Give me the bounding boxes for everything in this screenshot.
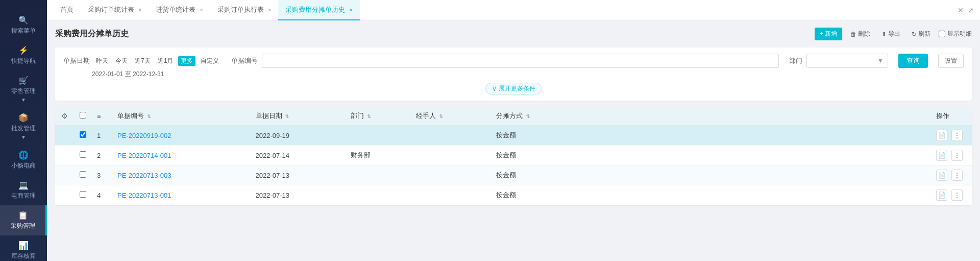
more-icon[interactable]: ⋮ <box>951 189 963 201</box>
cell-split-method: 按金额 <box>491 126 931 146</box>
col-no: ≡ <box>92 107 112 126</box>
docno-link[interactable]: PE-20220713-003 <box>117 172 172 179</box>
chevron-down-icon: ▼ <box>21 134 26 140</box>
cell-handler <box>411 185 491 205</box>
col-checkbox <box>74 107 92 126</box>
date-btn-more[interactable]: 更多 <box>178 56 195 66</box>
docno-link[interactable]: PE-20220714-001 <box>117 152 172 159</box>
tab-close-icon[interactable]: × <box>200 7 203 13</box>
action-icons: 📄 ⋮ <box>936 130 967 141</box>
edit-icon[interactable]: 📄 <box>936 130 947 141</box>
docno-input-wrap <box>262 54 779 68</box>
data-table-card: ⚙ ≡ 单据编号 ⇅ 单据日期 <box>55 107 972 205</box>
date-btn-custom[interactable]: 自定义 <box>199 56 221 66</box>
refresh-label: 刷新 <box>918 30 930 38</box>
cell-actions: 📄 ⋮ <box>931 185 972 205</box>
tab-inbound-stats[interactable]: 进货单统计表 × <box>149 0 210 20</box>
table-row: 2 PE-20220714-001 2022-07-14 财务部 按金额 📄 ⋮ <box>55 146 972 165</box>
cell-actions: 📄 ⋮ <box>931 126 972 146</box>
delete-button[interactable]: 🗑 删除 <box>847 28 873 40</box>
tab-close-icon[interactable]: × <box>138 7 141 13</box>
date-btn-yesterday[interactable]: 昨天 <box>94 56 110 66</box>
sort-icon: ⇅ <box>367 113 371 119</box>
tab-label: 采购费用分摊单历史 <box>285 5 345 14</box>
wholesale-icon: 📦 <box>18 113 29 123</box>
search-button[interactable]: 查询 <box>898 54 928 68</box>
cell-settings <box>55 146 74 165</box>
sort-icon: ⇅ <box>285 113 289 119</box>
docno-link[interactable]: PE-20220919-002 <box>117 132 172 139</box>
cell-handler <box>411 126 491 146</box>
date-filter-group: 单据日期 昨天 今天 近7天 近1月 更多 自定义 <box>63 56 221 66</box>
show-detail-checkbox-label[interactable]: 显示明细 <box>939 30 972 38</box>
filter-settings-button[interactable]: 设置 <box>938 54 964 68</box>
chevron-down-icon: ▼ <box>877 57 884 64</box>
maximize-icon[interactable]: ⤢ <box>968 6 974 14</box>
sort-icon: ⇅ <box>147 113 151 119</box>
cell-settings <box>55 165 74 185</box>
edit-icon[interactable]: 📄 <box>936 170 947 181</box>
close-all-icon[interactable]: ✕ <box>958 6 964 14</box>
cell-settings <box>55 185 74 205</box>
sidebar-item-ecom-mgmt[interactable]: 💻 电商管理 <box>0 175 47 205</box>
show-detail-checkbox[interactable] <box>939 31 945 37</box>
edit-icon[interactable]: 📄 <box>936 189 947 201</box>
row-checkbox[interactable] <box>80 191 86 198</box>
row-checkbox[interactable] <box>80 151 86 158</box>
expand-button[interactable]: ∨ 展开更多条件 <box>485 83 542 94</box>
date-btn-today[interactable]: 今天 <box>113 56 130 66</box>
cell-settings <box>55 126 74 146</box>
dept-select[interactable]: ▼ <box>806 54 888 68</box>
cell-no: 3 <box>92 165 112 185</box>
sidebar-item-retail[interactable]: 🛒 零售管理 ▼ <box>0 70 47 108</box>
refresh-button[interactable]: ↻ 刷新 <box>909 28 934 40</box>
tab-purchase-cost-history[interactable]: 采购费用分摊单历史 × <box>278 0 359 20</box>
sidebar-item-shortcuts[interactable]: ⚡ 快捷导航 <box>0 40 47 70</box>
tab-close-icon[interactable]: × <box>268 7 271 13</box>
more-icon[interactable]: ⋮ <box>951 130 963 141</box>
tab-close-icon[interactable]: × <box>349 7 352 13</box>
sidebar-item-ecom-small[interactable]: 🌐 小畅电商 <box>0 145 47 175</box>
chevron-down-icon: ∨ <box>492 85 497 92</box>
table-row: 1 PE-20220919-002 2022-09-19 按金额 📄 ⋮ <box>55 126 972 146</box>
tab-label: 采购订单统计表 <box>88 5 134 14</box>
docno-input[interactable] <box>262 54 779 68</box>
sort-icon: ⇅ <box>526 113 530 119</box>
col-settings-icon[interactable]: ⚙ <box>61 112 68 120</box>
cell-docno: PE-20220919-002 <box>112 126 251 146</box>
more-icon[interactable]: ⋮ <box>951 170 963 181</box>
dept-label: 部门 <box>789 56 802 65</box>
sort-icon: ⇅ <box>439 113 443 119</box>
cell-dept <box>346 126 411 146</box>
sidebar-item-purchase[interactable]: 📋 采购管理 <box>0 205 47 235</box>
cell-no: 4 <box>92 185 112 205</box>
row-checkbox[interactable] <box>80 171 86 178</box>
sidebar-item-label: 采购管理 <box>11 222 35 230</box>
tab-purchase-order-exec[interactable]: 采购订单执行表 × <box>210 0 278 20</box>
clipboard-icon: 📋 <box>18 210 28 220</box>
sidebar-item-label: 库存核算 <box>11 252 36 260</box>
select-all-checkbox[interactable] <box>80 112 86 118</box>
export-label: 导出 <box>888 30 900 38</box>
cell-no: 1 <box>92 126 112 146</box>
date-btn-1month[interactable]: 近1月 <box>156 56 176 66</box>
date-filter-label: 单据日期 <box>63 56 90 65</box>
tab-purchase-order-stats[interactable]: 采购订单统计表 × <box>81 0 149 20</box>
tab-home[interactable]: 首页 <box>53 0 81 20</box>
sidebar-item-inventory[interactable]: 📊 库存核算 <box>0 235 47 261</box>
add-button[interactable]: + 新增 <box>815 28 842 40</box>
more-icon[interactable]: ⋮ <box>951 150 963 161</box>
export-button[interactable]: ⬆ 导出 <box>878 28 903 40</box>
date-btn-7days[interactable]: 近7天 <box>133 56 153 66</box>
sidebar-item-wholesale[interactable]: 📦 批发管理 ▼ <box>0 108 47 145</box>
chevron-down-icon: ▼ <box>21 97 26 103</box>
edit-icon[interactable]: 📄 <box>936 150 947 161</box>
docno-link[interactable]: PE-20220713-001 <box>117 192 172 199</box>
row-checkbox[interactable] <box>80 131 86 138</box>
date-range-text: 2022-01-01 至 2022-12-31 <box>92 70 164 78</box>
sidebar-item-search[interactable]: 🔍 搜索菜单 <box>0 10 47 40</box>
action-icons: 📄 ⋮ <box>936 150 967 161</box>
lightning-icon: ⚡ <box>18 45 29 55</box>
show-detail-label: 显示明细 <box>947 30 972 38</box>
cell-checkbox <box>74 185 92 205</box>
